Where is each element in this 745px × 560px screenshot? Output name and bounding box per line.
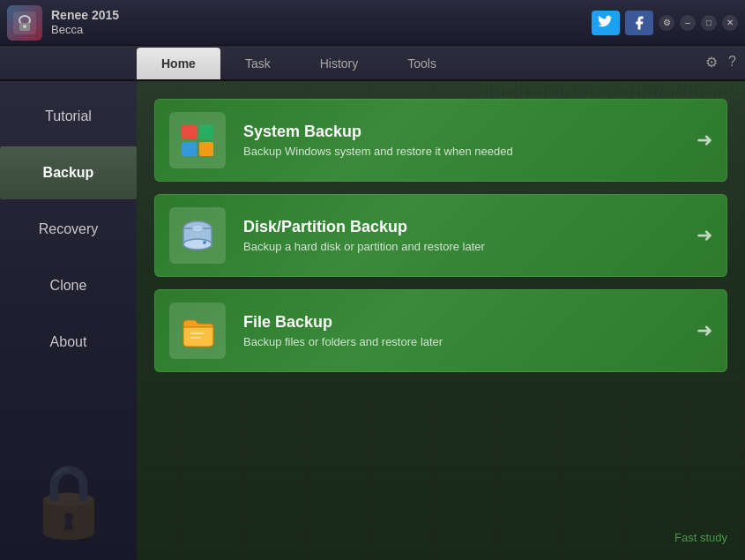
file-backup-title: File Backup	[243, 313, 688, 332]
main-layout: 🔒 Tutorial Backup Recovery Clone About 0…	[0, 81, 745, 560]
file-backup-desc: Backup files or folders and restore late…	[243, 335, 688, 348]
title-bar: Renee 2015 Becca ⚙ – □ ✕	[0, 0, 745, 46]
disk-backup-card[interactable]: Disk/Partition Backup Backup a hard disk…	[154, 194, 727, 277]
facebook-button[interactable]	[625, 11, 653, 35]
sidebar-item-backup[interactable]: Backup	[0, 146, 137, 199]
disk-backup-arrow: ➜	[697, 224, 712, 247]
disk-backup-icon	[169, 207, 226, 264]
sidebar-item-clone[interactable]: Clone	[0, 259, 137, 312]
svg-point-6	[183, 239, 212, 250]
tab-home[interactable]: Home	[137, 48, 220, 79]
maximize-button[interactable]: □	[701, 15, 717, 31]
svg-rect-9	[190, 332, 205, 334]
disk-backup-desc: Backup a hard disk or partition and rest…	[243, 240, 688, 253]
content-area: 0101001010010100101001010010100101001010…	[137, 81, 745, 560]
sidebar-item-recovery[interactable]: Recovery	[0, 203, 137, 256]
sidebar-item-about[interactable]: About	[0, 316, 137, 369]
sidebar-watermark: 🔒	[25, 459, 113, 542]
system-backup-desc: Backup Windows system and restore it whe…	[243, 145, 688, 158]
sidebar: 🔒 Tutorial Backup Recovery Clone About	[0, 81, 137, 560]
system-backup-arrow: ➜	[697, 129, 712, 152]
system-backup-icon	[169, 112, 226, 168]
app-title: Renee 2015 Becca	[51, 7, 119, 38]
svg-rect-10	[190, 337, 201, 339]
settings-button[interactable]: ⚙	[659, 15, 674, 31]
svg-point-8	[203, 241, 206, 244]
tabs-bar: Home Task History Tools ⚙ ?	[0, 46, 745, 81]
sidebar-item-tutorial[interactable]: Tutorial	[0, 90, 137, 143]
tab-history[interactable]: History	[295, 48, 384, 79]
system-backup-title: System Backup	[243, 123, 688, 141]
fast-study-link[interactable]: Fast study	[674, 531, 727, 544]
file-backup-card[interactable]: File Backup Backup files or folders and …	[154, 289, 727, 372]
system-backup-card[interactable]: System Backup Backup Windows system and …	[154, 99, 727, 182]
tab-task[interactable]: Task	[220, 48, 295, 79]
file-backup-text: File Backup Backup files or folders and …	[243, 313, 688, 348]
tabs-bar-controls: ⚙ ?	[704, 52, 738, 72]
svg-point-3	[23, 25, 26, 28]
social-buttons: ⚙ – □ ✕	[592, 11, 738, 35]
minimize-button[interactable]: –	[680, 15, 696, 31]
help-icon[interactable]: ?	[726, 52, 738, 72]
system-backup-text: System Backup Backup Windows system and …	[243, 123, 688, 158]
app-logo	[7, 5, 42, 41]
twitter-button[interactable]	[592, 11, 620, 35]
file-backup-icon	[169, 302, 226, 359]
file-backup-arrow: ➜	[697, 319, 712, 342]
close-button[interactable]: ✕	[722, 15, 738, 31]
tab-tools[interactable]: Tools	[383, 48, 461, 79]
settings-icon[interactable]: ⚙	[704, 52, 719, 72]
svg-point-7	[192, 226, 203, 231]
disk-backup-text: Disk/Partition Backup Backup a hard disk…	[243, 218, 688, 253]
disk-backup-title: Disk/Partition Backup	[243, 218, 688, 236]
